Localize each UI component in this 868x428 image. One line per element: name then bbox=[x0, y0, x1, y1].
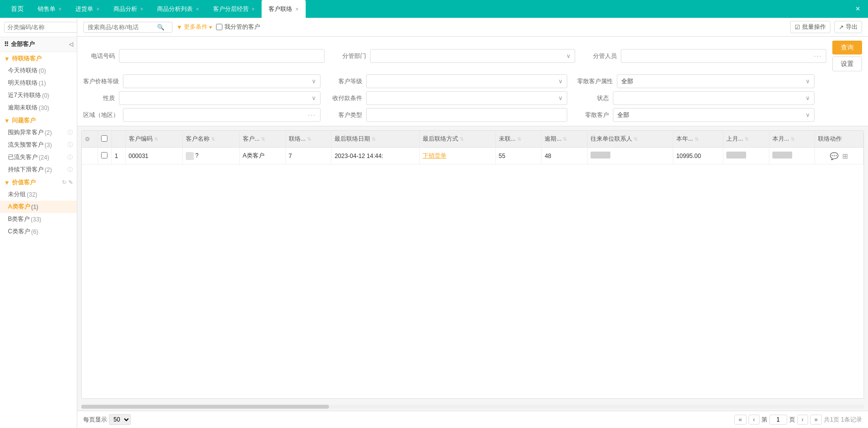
close-purchase-tab[interactable]: × bbox=[96, 6, 99, 12]
edit-icon[interactable]: ✎ bbox=[68, 179, 73, 186]
per-page-selector: 每页显示 50 bbox=[83, 414, 131, 425]
sidebar-item-hoarding-anomaly[interactable]: 囤购异常客户 (2) ⓘ bbox=[0, 126, 77, 139]
query-button[interactable]: 查询 bbox=[832, 41, 862, 54]
close-product-analysis-tab[interactable]: × bbox=[140, 6, 143, 12]
export-button[interactable]: ↗ 导出 bbox=[834, 21, 862, 33]
sidebar-item-today-pending[interactable]: 今天待联络 (0) bbox=[0, 64, 77, 77]
nature-select[interactable]: ∨ bbox=[119, 91, 321, 105]
customer-table: ⚙ 客户编码 ⇅ bbox=[82, 131, 864, 164]
sidebar-item-overdue-no-contact[interactable]: 逾期未联络 (30) bbox=[0, 102, 77, 114]
my-customers-checkbox[interactable]: 我分管的客户 bbox=[216, 23, 260, 31]
close-product-analysis-list-tab[interactable]: × bbox=[196, 6, 199, 12]
chat-action-icon[interactable]: 💬 bbox=[830, 152, 838, 160]
payment-terms-select[interactable]: ∨ bbox=[366, 91, 568, 105]
department-select[interactable]: ∨ bbox=[370, 49, 576, 63]
sort-icon-method[interactable]: ⇅ bbox=[460, 136, 464, 142]
td-row-actions: 💬 ⊞ bbox=[815, 148, 864, 164]
qr-action-icon[interactable]: ⊞ bbox=[842, 152, 848, 160]
info-icon-1[interactable]: ⓘ bbox=[67, 129, 73, 136]
page-number-input[interactable] bbox=[769, 415, 787, 425]
close-customer-contact-tab[interactable]: × bbox=[295, 6, 298, 12]
nav-customer-contact[interactable]: 客户联络 × bbox=[262, 0, 305, 18]
filter-icon: ▼ bbox=[176, 24, 182, 31]
first-page-button[interactable]: « bbox=[734, 415, 747, 425]
per-page-select[interactable]: 50 bbox=[109, 414, 131, 425]
sort-icon-code[interactable]: ⇅ bbox=[154, 136, 158, 142]
info-icon-3[interactable]: ⓘ bbox=[67, 154, 73, 161]
region-select[interactable]: ··· bbox=[123, 108, 321, 122]
retail-attr-select[interactable]: 全部 ∨ bbox=[617, 74, 814, 88]
sort-icon-last-month[interactable]: ⇅ bbox=[745, 136, 749, 142]
collapse-sidebar-icon[interactable]: ◁ bbox=[69, 41, 73, 48]
data-table-area: ⚙ 客户编码 ⇅ bbox=[81, 130, 864, 399]
prev-page-button[interactable]: ‹ bbox=[749, 415, 760, 425]
problem-customers-group[interactable]: ▼ 问题客户 bbox=[0, 114, 77, 126]
sidebar-item-class-a[interactable]: A类客户 (1) bbox=[0, 201, 77, 213]
sidebar-search-input[interactable] bbox=[4, 22, 77, 33]
sort-icon-year[interactable]: ⇅ bbox=[695, 136, 699, 142]
customer-level-field: 客户等级 ∨ bbox=[330, 74, 568, 88]
pagination-bar: 每页显示 50 « ‹ 第 页 › » 共1页 1条记录 bbox=[77, 411, 868, 428]
sidebar-item-class-c[interactable]: C类客户 (6) bbox=[0, 225, 77, 238]
refresh-icon[interactable]: ↻ bbox=[62, 179, 66, 186]
sidebar-item-churned[interactable]: 已流失客户 (24) ⓘ bbox=[0, 151, 77, 163]
global-close-button[interactable]: × bbox=[852, 4, 864, 13]
customer-type-input[interactable] bbox=[366, 108, 568, 122]
sort-icon-date[interactable]: ⇅ bbox=[372, 136, 376, 142]
manager-field: 分管人员 ··· bbox=[585, 49, 826, 63]
last-contact-method-link[interactable]: 下销货单 bbox=[423, 152, 446, 159]
nav-purchase[interactable]: 进货单 × bbox=[68, 0, 106, 18]
sort-icon-name[interactable]: ⇅ bbox=[211, 136, 215, 142]
nav-product-analysis-list[interactable]: 商品分析列表 × bbox=[150, 0, 206, 18]
next-page-button[interactable]: › bbox=[797, 415, 808, 425]
batch-operation-button[interactable]: ☑ 批量操作 bbox=[790, 21, 830, 33]
sort-icon-overdue[interactable]: ⇅ bbox=[563, 136, 567, 142]
sidebar-item-unclassified[interactable]: 未分组 (32) bbox=[0, 188, 77, 201]
filter-more-button[interactable]: ▼ 更多条件 ▾ bbox=[176, 23, 212, 31]
filter-search-icon[interactable]: 🔍 bbox=[157, 24, 164, 31]
sort-icon-contact[interactable]: ⇅ bbox=[307, 136, 311, 142]
sort-icon-current-month[interactable]: ⇅ bbox=[791, 136, 795, 142]
close-sales-tab[interactable]: × bbox=[58, 6, 61, 12]
my-customers-check[interactable] bbox=[216, 24, 222, 30]
price-level-select[interactable]: ∨ bbox=[123, 74, 321, 88]
close-customer-segmentation-tab[interactable]: × bbox=[252, 6, 255, 12]
last-page-button[interactable]: » bbox=[810, 415, 822, 425]
row-checkbox[interactable] bbox=[101, 152, 108, 159]
scroll-thumb[interactable] bbox=[81, 405, 329, 409]
td-overdue: 48 bbox=[542, 148, 588, 164]
advanced-filters: 电话号码 分管部门 ∨ 分管人员 ··· bbox=[77, 37, 868, 126]
sidebar-item-class-b[interactable]: B类客户 (33) bbox=[0, 213, 77, 225]
sort-icon-type[interactable]: ⇅ bbox=[261, 136, 265, 142]
value-customers-group[interactable]: ▼ 价值客户 ↻ ✎ bbox=[0, 176, 77, 188]
manager-select[interactable]: ··· bbox=[621, 49, 826, 63]
sidebar-item-churn-warning[interactable]: 流失预警客户 (3) ⓘ bbox=[0, 139, 77, 151]
nav-customer-segmentation[interactable]: 客户分层经营 × bbox=[206, 0, 262, 18]
select-all-checkbox[interactable] bbox=[101, 135, 108, 142]
retail-customer-select[interactable]: 全部 ∨ bbox=[613, 108, 814, 122]
info-icon-2[interactable]: ⓘ bbox=[67, 141, 73, 149]
status-select[interactable]: ∨ bbox=[613, 91, 814, 105]
horizontal-scrollbar[interactable] bbox=[81, 405, 864, 409]
region-field: 区域（地区） ··· bbox=[83, 108, 321, 122]
sort-icon-no-contact[interactable]: ⇅ bbox=[517, 136, 521, 142]
all-customers-header[interactable]: ⠿ 全部客户 ◁ bbox=[0, 37, 77, 52]
th-customer-name: 客户名称 ⇅ bbox=[182, 131, 239, 148]
retail-customer-field: 零散客户 全部 ∨ bbox=[577, 108, 814, 122]
nav-product-analysis[interactable]: 商品分析 × bbox=[107, 0, 150, 18]
sidebar-item-7days-pending[interactable]: 近7天待联络 (0) bbox=[0, 89, 77, 102]
sort-icon-unit[interactable]: ⇅ bbox=[634, 136, 638, 142]
customer-level-select[interactable]: ∨ bbox=[366, 74, 568, 88]
main-layout: 🔍 ⠿ 全部客户 ◁ ▼ 待联络客户 今天待联络 (0) 明天待联络 (1) 近… bbox=[0, 18, 868, 428]
th-unit-contact: 往来单位联系人 ⇅ bbox=[588, 131, 673, 148]
info-icon-4[interactable]: ⓘ bbox=[67, 166, 73, 173]
phone-input[interactable] bbox=[119, 49, 325, 63]
sidebar-item-declining[interactable]: 持续下滑客户 (2) ⓘ bbox=[0, 163, 77, 176]
settings-icon[interactable]: ⚙ bbox=[85, 136, 90, 143]
nav-home[interactable]: 首页 bbox=[4, 0, 31, 18]
nav-sales[interactable]: 销售单 × bbox=[31, 0, 68, 18]
settings-button[interactable]: 设置 bbox=[832, 56, 862, 71]
sidebar-item-tomorrow-pending[interactable]: 明天待联络 (1) bbox=[0, 77, 77, 89]
filter-search-input[interactable] bbox=[88, 24, 157, 31]
pending-contact-group[interactable]: ▼ 待联络客户 bbox=[0, 52, 77, 64]
